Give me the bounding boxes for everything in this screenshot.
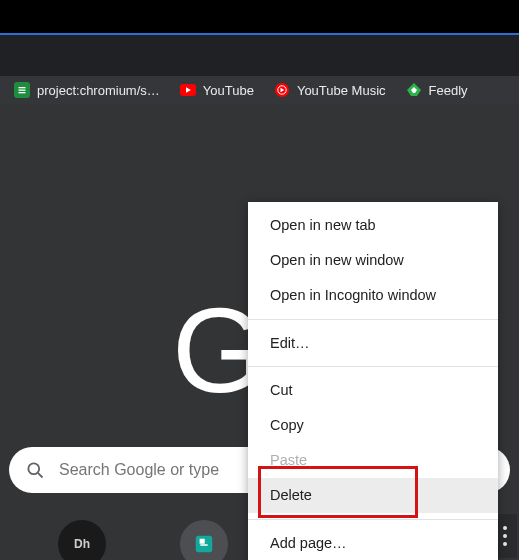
bookmark-item-youtube[interactable]: YouTube — [172, 79, 262, 101]
shortcut-tile-1[interactable]: Dh — [58, 520, 106, 560]
context-menu-item-open-in-incognito-window[interactable]: Open in Incognito window — [248, 278, 498, 313]
context-menu-item-edit[interactable]: Edit… — [248, 326, 498, 361]
svg-rect-3 — [19, 92, 26, 93]
bookmark-context-menu: Open in new tabOpen in new windowOpen in… — [248, 202, 498, 560]
context-menu-item-delete[interactable]: Delete — [248, 478, 498, 513]
window-top-blank — [0, 0, 519, 33]
sheets-icon — [14, 82, 30, 98]
youtube-icon — [180, 82, 196, 98]
svg-line-12 — [38, 473, 43, 478]
feedly-icon — [406, 82, 422, 98]
search-icon — [25, 460, 45, 480]
context-menu-item-open-in-new-tab[interactable]: Open in new tab — [248, 208, 498, 243]
tab-strip — [0, 35, 519, 76]
bookmark-item-feedly[interactable]: Feedly — [398, 79, 476, 101]
bookmark-item-project[interactable]: project:chromium/s… — [6, 79, 168, 101]
bookmark-label: YouTube Music — [297, 83, 386, 98]
bookmark-item-youtube-music[interactable]: YouTube Music — [266, 79, 394, 101]
youtube-music-icon — [274, 82, 290, 98]
svg-rect-1 — [19, 87, 26, 88]
shortcut-icon: Dh — [74, 537, 90, 551]
context-menu-item-cut[interactable]: Cut — [248, 373, 498, 408]
context-menu-item-open-in-new-window[interactable]: Open in new window — [248, 243, 498, 278]
bookmark-label: YouTube — [203, 83, 254, 98]
new-tab-page: G Dh Open in new tabOpen in new windowOp… — [0, 104, 519, 560]
bookmark-label: project:chromium/s… — [37, 83, 160, 98]
svg-rect-2 — [19, 90, 26, 91]
bookmark-label: Feedly — [429, 83, 468, 98]
context-menu-item-paste: Paste — [248, 443, 498, 478]
shortcut-tile-2[interactable] — [180, 520, 228, 560]
svg-point-11 — [28, 463, 39, 474]
bookmarks-bar: project:chromium/s… YouTube YouTube Musi… — [0, 76, 519, 104]
context-menu-separator — [248, 319, 498, 320]
svg-rect-13 — [196, 536, 213, 553]
context-menu-separator — [248, 366, 498, 367]
context-menu-item-copy[interactable]: Copy — [248, 408, 498, 443]
context-menu-separator — [248, 519, 498, 520]
context-menu-item-add-page[interactable]: Add page… — [248, 526, 498, 560]
shortcut-icon — [193, 533, 215, 555]
